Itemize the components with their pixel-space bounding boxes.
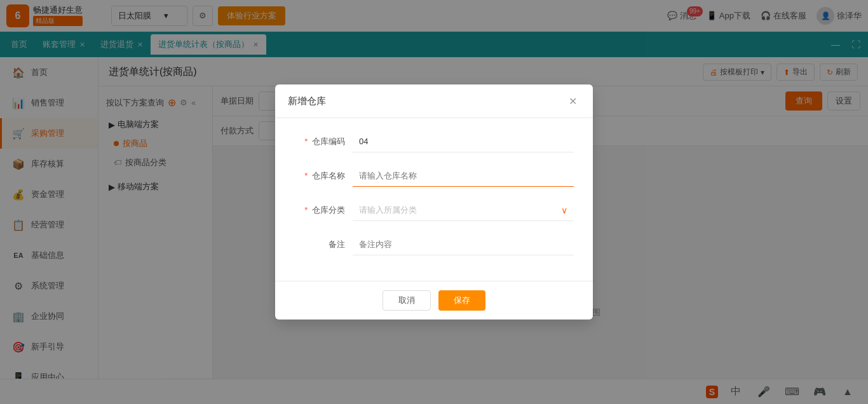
warehouse-name-input[interactable]	[353, 165, 574, 187]
modal-body: * 仓库编码 * 仓库名称 * 仓库分类 请输入所属	[275, 118, 593, 281]
required-star-code: *	[304, 137, 308, 146]
warehouse-category-row: * 仓库分类 请输入所属分类 ∨	[294, 199, 574, 221]
modal-title: 新增仓库	[288, 95, 326, 107]
cancel-button[interactable]: 取消	[383, 290, 431, 311]
new-warehouse-modal: 新增仓库 ✕ * 仓库编码 * 仓库名称	[275, 84, 593, 320]
warehouse-code-label: * 仓库编码	[294, 136, 345, 147]
required-star-name: *	[304, 171, 308, 180]
save-button[interactable]: 保存	[438, 290, 485, 311]
warehouse-note-label: 备注	[294, 239, 345, 250]
modal-header: 新增仓库 ✕	[275, 84, 593, 118]
warehouse-code-input[interactable]	[353, 131, 574, 152]
modal-close-button[interactable]: ✕	[565, 93, 580, 109]
warehouse-note-input[interactable]	[353, 234, 574, 255]
warehouse-name-row: * 仓库名称	[294, 165, 574, 187]
category-arrow: ∨	[561, 205, 567, 215]
warehouse-name-label: * 仓库名称	[294, 170, 345, 182]
warehouse-note-row: 备注	[294, 234, 574, 255]
required-star-category: *	[304, 205, 308, 215]
modal-overlay: 新增仓库 ✕ * 仓库编码 * 仓库名称	[0, 0, 868, 404]
warehouse-category-label: * 仓库分类	[294, 205, 345, 216]
warehouse-category-select[interactable]: 请输入所属分类 ∨	[353, 199, 574, 221]
warehouse-code-row: * 仓库编码	[294, 131, 574, 152]
modal-footer: 取消 保存	[275, 281, 593, 320]
category-placeholder: 请输入所属分类	[359, 205, 417, 216]
